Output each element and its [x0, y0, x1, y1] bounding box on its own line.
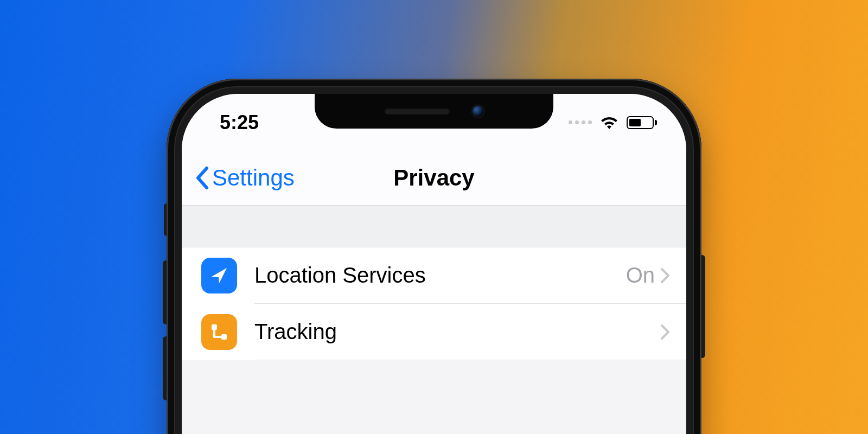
battery-icon [627, 116, 657, 129]
wifi-icon [599, 116, 619, 130]
status-indicators [569, 116, 657, 130]
tracking-icon [201, 314, 237, 350]
row-label: Tracking [254, 320, 655, 344]
phone-frame: 5:25 [167, 79, 701, 434]
chevron-right-icon [660, 324, 670, 340]
back-label: Settings [212, 165, 295, 191]
section-spacer [182, 206, 686, 247]
cellular-dots-icon [569, 120, 592, 124]
phone-screen: 5:25 [182, 94, 686, 434]
page-title: Privacy [393, 165, 474, 191]
chevron-right-icon [660, 267, 670, 284]
location-arrow-icon [201, 258, 237, 293]
row-tracking[interactable]: Tracking [182, 304, 686, 360]
row-value: On [626, 263, 655, 288]
notch [315, 94, 553, 129]
front-camera [473, 106, 483, 117]
row-location-services[interactable]: Location Services On [182, 247, 686, 304]
back-button[interactable]: Settings [195, 165, 295, 191]
row-label: Location Services [254, 263, 626, 288]
status-time: 5:25 [220, 111, 259, 134]
chevron-left-icon [195, 166, 212, 190]
navigation-bar: Settings Privacy [182, 151, 686, 206]
earpiece-speaker [385, 108, 450, 114]
